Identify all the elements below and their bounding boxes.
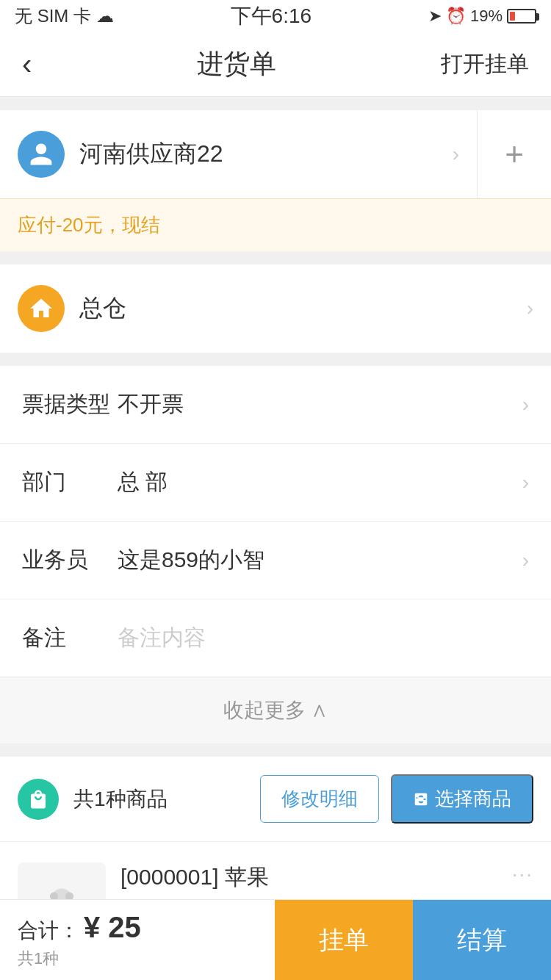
supplier-avatar xyxy=(18,131,65,178)
select-product-label: 选择商品 xyxy=(435,786,511,812)
modify-detail-button[interactable]: 修改明细 xyxy=(260,775,379,823)
page-title: 进货单 xyxy=(197,46,276,82)
select-product-button[interactable]: 选择商品 xyxy=(391,774,533,824)
warehouse-selector[interactable]: 总仓 › xyxy=(0,264,551,353)
product-count-icon-bg xyxy=(18,779,59,820)
warehouse-name: 总仓 xyxy=(79,292,518,325)
collapse-label: 收起更多 ∧ xyxy=(223,696,328,724)
product-more-button[interactable]: ··· xyxy=(500,862,533,886)
status-right: ➤ ⏰ 19% xyxy=(428,7,536,26)
product-count-text: 共1种商品 xyxy=(73,785,260,813)
total-amount: ¥ 25 xyxy=(84,911,141,944)
dept-label: 部门 xyxy=(22,467,110,497)
nav-bar: ‹ 进货单 打开挂单 xyxy=(0,32,551,97)
status-bar: 无 SIM 卡 ☁ 下午6:16 ➤ ⏰ 19% xyxy=(0,0,551,32)
product-name: [0000001] 苹果 xyxy=(120,862,500,893)
warehouse-chevron-icon: › xyxy=(527,297,533,320)
alarm-icon: ⏰ xyxy=(446,7,466,26)
supplier-section: 河南供应商22 › + xyxy=(0,110,551,198)
dept-chevron-icon: › xyxy=(522,471,529,494)
collapse-button[interactable]: 收起更多 ∧ xyxy=(0,677,551,743)
open-pending-button[interactable]: 打开挂单 xyxy=(441,49,529,79)
supplier-name: 河南供应商22 xyxy=(79,138,444,170)
checkout-label: 结算 xyxy=(457,923,507,957)
supplier-selector[interactable]: 河南供应商22 › xyxy=(0,110,478,198)
person-icon xyxy=(28,141,54,167)
signal-text: 无 SIM 卡 ☁ xyxy=(15,4,114,28)
product-header: 共1种商品 修改明细 选择商品 xyxy=(0,757,551,842)
shopping-bag-icon xyxy=(27,788,49,810)
pend-button[interactable]: 挂单 xyxy=(275,900,413,980)
remark-row[interactable]: 备注 备注内容 xyxy=(0,599,551,677)
back-button[interactable]: ‹ xyxy=(22,48,32,81)
invoice-value: 不开票 xyxy=(110,389,522,419)
product-code: [0000001] xyxy=(120,865,218,889)
salesperson-row[interactable]: 业务员 这是859的小智 › xyxy=(0,522,551,599)
total-label-row: 合计： ¥ 25 xyxy=(18,911,257,945)
status-left: 无 SIM 卡 ☁ xyxy=(15,4,114,28)
sales-label: 业务员 xyxy=(22,545,110,575)
warehouse-icon xyxy=(28,295,54,322)
pend-label: 挂单 xyxy=(319,923,369,957)
section-divider-1 xyxy=(0,97,551,110)
invoice-type-row[interactable]: 票据类型 不开票 › xyxy=(0,366,551,444)
total-section: 合计： ¥ 25 共1种 xyxy=(0,900,275,980)
invoice-chevron-icon: › xyxy=(522,393,529,417)
remark-label: 备注 xyxy=(22,623,110,653)
invoice-label: 票据类型 xyxy=(22,389,110,419)
form-section: 票据类型 不开票 › 部门 总 部 › 业务员 这是859的小智 › 备注 备注… xyxy=(0,366,551,677)
battery-fill xyxy=(510,12,515,21)
supplier-add-button[interactable]: + xyxy=(478,110,551,198)
supplier-chevron-icon: › xyxy=(453,143,459,166)
total-label: 合计： xyxy=(18,917,79,945)
select-product-icon xyxy=(413,791,429,807)
battery-icon xyxy=(507,9,536,24)
product-title: 苹果 xyxy=(225,865,269,889)
warehouse-icon-bg xyxy=(18,285,65,332)
add-icon: + xyxy=(505,136,524,173)
department-row[interactable]: 部门 总 部 › xyxy=(0,444,551,522)
total-sub: 共1种 xyxy=(18,948,257,970)
location-icon: ➤ xyxy=(428,7,442,26)
sales-value: 这是859的小智 xyxy=(110,545,522,575)
dept-value: 总 部 xyxy=(110,467,522,497)
battery-text: 19% xyxy=(470,7,503,26)
warning-text: 应付-20元，现结 xyxy=(18,214,160,236)
warning-banner: 应付-20元，现结 xyxy=(0,198,551,251)
bottom-bar: 合计： ¥ 25 共1种 挂单 结算 xyxy=(0,899,551,980)
sales-chevron-icon: › xyxy=(522,549,529,572)
status-time: 下午6:16 xyxy=(231,2,312,30)
checkout-button[interactable]: 结算 xyxy=(413,900,551,980)
remark-input[interactable]: 备注内容 xyxy=(110,623,529,653)
